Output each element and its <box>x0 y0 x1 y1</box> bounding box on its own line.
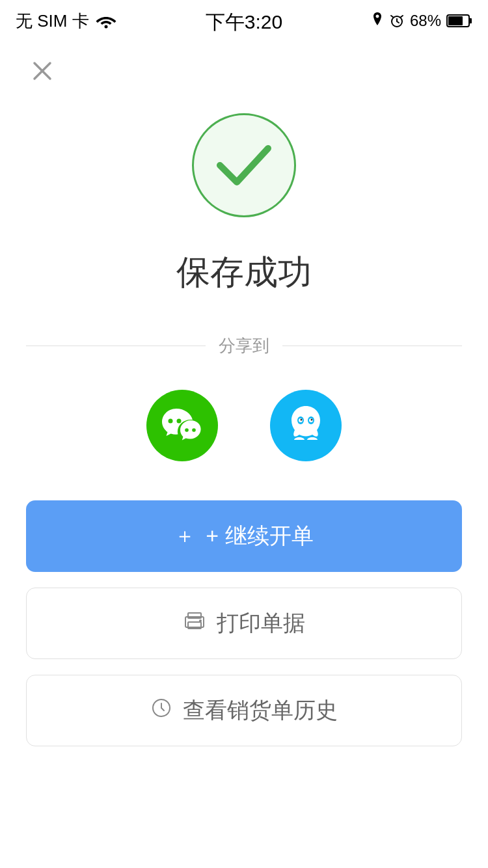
location-icon <box>371 12 384 29</box>
status-left: 无 SIM 卡 <box>16 10 116 33</box>
svg-point-7 <box>169 419 173 424</box>
wechat-share-button[interactable] <box>146 390 218 461</box>
continue-label: + 继续开单 <box>206 521 313 551</box>
continue-button[interactable]: ＋ + 继续开单 <box>26 500 462 572</box>
history-icon <box>150 697 172 724</box>
svg-point-10 <box>192 428 196 432</box>
share-section: 分享到 <box>26 334 462 461</box>
share-label: 分享到 <box>219 334 269 357</box>
main-content: 保存成功 分享到 <box>0 42 488 746</box>
svg-point-16 <box>311 419 313 421</box>
success-section: 保存成功 分享到 <box>26 113 462 746</box>
svg-point-20 <box>199 619 202 622</box>
svg-rect-4 <box>448 16 463 25</box>
print-icon <box>183 610 206 636</box>
continue-icon: ＋ <box>174 522 195 550</box>
print-label: 打印单据 <box>217 608 305 638</box>
checkmark-icon <box>215 142 273 189</box>
share-divider: 分享到 <box>26 334 462 357</box>
status-time: 下午3:20 <box>206 9 282 36</box>
battery-label: 68% <box>410 12 441 30</box>
close-button[interactable] <box>26 55 59 87</box>
qq-icon <box>286 403 325 448</box>
action-buttons: ＋ + 继续开单 打印单据 <box>26 500 462 746</box>
share-icons <box>146 390 342 461</box>
svg-point-15 <box>301 419 303 421</box>
success-circle <box>192 113 296 217</box>
print-button[interactable]: 打印单据 <box>26 588 462 659</box>
alarm-icon <box>389 12 405 29</box>
svg-point-9 <box>185 428 189 432</box>
status-bar: 无 SIM 卡 下午3:20 68% <box>0 0 488 42</box>
history-label: 查看销货单历史 <box>183 696 338 726</box>
sim-label: 无 SIM 卡 <box>16 10 89 33</box>
history-button[interactable]: 查看销货单历史 <box>26 675 462 746</box>
svg-rect-3 <box>469 18 472 23</box>
wechat-icon <box>161 406 204 445</box>
divider-left <box>26 346 206 346</box>
svg-point-8 <box>177 419 182 424</box>
divider-right <box>282 346 462 346</box>
qq-share-button[interactable] <box>270 390 342 461</box>
battery-icon <box>446 14 472 28</box>
status-right: 68% <box>371 12 472 30</box>
wifi-icon <box>96 13 116 29</box>
success-title: 保存成功 <box>176 250 312 295</box>
svg-point-0 <box>104 25 107 29</box>
